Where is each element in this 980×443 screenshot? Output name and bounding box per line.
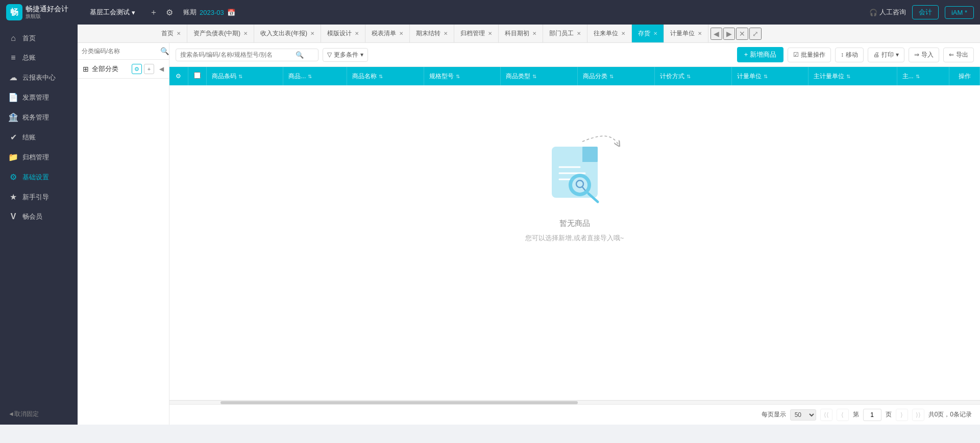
page-size-select[interactable]: 50 10 20 100 bbox=[790, 409, 816, 421]
per-page-label: 每页显示 bbox=[762, 410, 786, 419]
svg-rect-1 bbox=[582, 147, 598, 162]
th-barcode[interactable]: 商品条码⇅ bbox=[206, 67, 283, 85]
product-search-input[interactable] bbox=[180, 51, 292, 58]
tab-income[interactable]: 收入支出表(年报) ✕ bbox=[254, 25, 321, 43]
th-product-type[interactable]: 商品类型⇅ bbox=[501, 67, 578, 85]
page-number-input[interactable] bbox=[863, 409, 881, 421]
tab-template[interactable]: 模版设计 ✕ bbox=[321, 25, 365, 43]
select-all-checkbox[interactable] bbox=[194, 72, 201, 79]
tab-prev-button[interactable]: ◀ bbox=[710, 28, 722, 40]
category-search-icon[interactable]: 🔍 bbox=[160, 47, 169, 55]
logo-icon: 畅 bbox=[6, 4, 22, 20]
tab-contacts[interactable]: 往来单位 ✕ bbox=[587, 25, 632, 43]
horizontal-scrollbar[interactable] bbox=[169, 400, 980, 404]
sidebar-item-reports[interactable]: ☁ 云报表中心 bbox=[0, 67, 78, 87]
th-category[interactable]: 商品分类⇅ bbox=[578, 67, 655, 85]
iam-button[interactable]: iAM * bbox=[945, 6, 974, 19]
tab-close-archive[interactable]: ✕ bbox=[488, 31, 492, 36]
calendar-icon[interactable]: 📅 bbox=[227, 9, 235, 16]
th-col3[interactable]: 主...⇅ bbox=[897, 67, 949, 85]
tab-expand-button[interactable]: ⤢ bbox=[749, 28, 762, 40]
company-selector[interactable]: 基层工会测试 ▾ bbox=[86, 6, 139, 19]
settings-icon[interactable]: ⚙ bbox=[164, 6, 175, 19]
tab-subject-init[interactable]: 科目期初 ✕ bbox=[499, 25, 543, 43]
gear-icon: ⚙ bbox=[8, 172, 18, 182]
tab-units[interactable]: 计量单位 ✕ bbox=[664, 25, 708, 43]
sidebar-label-reports: 云报表中心 bbox=[22, 73, 56, 82]
tab-close-department[interactable]: ✕ bbox=[577, 31, 581, 36]
move-button[interactable]: ↕ 移动 bbox=[835, 48, 864, 62]
tab-archive[interactable]: 归档管理 ✕ bbox=[454, 25, 499, 43]
tab-close-contacts[interactable]: ✕ bbox=[621, 31, 625, 36]
last-page-button[interactable]: ⟩⟩ bbox=[912, 409, 924, 421]
scroll-thumb[interactable] bbox=[220, 401, 578, 404]
tab-close-taxlist[interactable]: ✕ bbox=[399, 31, 403, 36]
th-checkbox[interactable] bbox=[188, 67, 206, 85]
th-unit[interactable]: 计量单位⇅ bbox=[731, 67, 808, 85]
table-container: ⚙ 商品条码⇅ 商品...⇅ bbox=[169, 67, 980, 400]
sidebar-item-close[interactable]: ✔ 结账 bbox=[0, 127, 78, 147]
tab-close-income[interactable]: ✕ bbox=[310, 31, 314, 36]
category-add-btn[interactable]: + bbox=[144, 64, 154, 74]
header-icons: ＋ ⚙ bbox=[148, 5, 175, 20]
tab-close-home[interactable]: ✕ bbox=[177, 31, 181, 36]
sidebar-item-tax[interactable]: 🏦 税务管理 bbox=[0, 107, 78, 127]
first-page-button[interactable]: ⟨⟨ bbox=[820, 409, 832, 421]
th-product-code[interactable]: 商品...⇅ bbox=[283, 67, 347, 85]
period-value[interactable]: 2023-03 bbox=[200, 9, 224, 16]
tab-close-subject-init[interactable]: ✕ bbox=[532, 31, 536, 36]
sidebar-item-ledger[interactable]: ≡ 总账 bbox=[0, 48, 78, 67]
tab-balance[interactable]: 资产负债表(中期) ✕ bbox=[187, 25, 254, 43]
th-spec[interactable]: 规格型号⇅ bbox=[424, 67, 501, 85]
category-settings-btn[interactable]: ⚙ bbox=[132, 64, 142, 74]
tab-home[interactable]: 首页 ✕ bbox=[155, 25, 187, 43]
sidebar-item-guide[interactable]: ★ 新手引导 bbox=[0, 187, 78, 207]
tab-next-button[interactable]: ▶ bbox=[723, 28, 735, 40]
tab-close-template[interactable]: ✕ bbox=[355, 31, 359, 36]
next-page-button[interactable]: ⟩ bbox=[896, 409, 908, 421]
collapse-panel-button[interactable]: ◀ bbox=[159, 65, 164, 73]
export-button[interactable]: ⇐ 导出 bbox=[943, 48, 974, 62]
tab-close-units[interactable]: ✕ bbox=[698, 31, 702, 36]
tab-close-balance[interactable]: ✕ bbox=[243, 31, 248, 36]
sidebar-item-member[interactable]: V 畅会员 bbox=[0, 207, 78, 226]
sidebar: ⌂ 首页 ≡ 总账 ☁ 云报表中心 📄 发票管理 🏦 税务管理 ✔ 结账 📁 归… bbox=[0, 25, 78, 425]
support-button[interactable]: 🎧 人工咨询 bbox=[869, 8, 906, 17]
cancel-fixed-button[interactable]: ◄取消固定 bbox=[0, 404, 78, 425]
sidebar-item-basic[interactable]: ⚙ 基础设置 bbox=[0, 167, 78, 187]
account-button[interactable]: 会计 bbox=[912, 5, 939, 19]
tab-period-close[interactable]: 期末结转 ✕ bbox=[410, 25, 454, 43]
tab-close-inventory[interactable]: ✕ bbox=[653, 31, 657, 36]
all-category-label[interactable]: 全部分类 bbox=[92, 64, 118, 74]
product-search-icon[interactable]: 🔍 bbox=[296, 51, 304, 59]
top-header: 畅 畅捷通好会计 旗舰版 基层工会测试 ▾ ＋ ⚙ 账期 2023-03 📅 🎧… bbox=[0, 0, 980, 25]
sidebar-item-invoice[interactable]: 📄 发票管理 bbox=[0, 87, 78, 107]
add-tab-button[interactable]: ＋ bbox=[148, 5, 160, 20]
tab-inventory[interactable]: 存货 ✕ bbox=[632, 25, 664, 43]
category-search-input[interactable] bbox=[82, 48, 158, 55]
print-button[interactable]: 🖨 打印 ▾ bbox=[868, 48, 904, 62]
import-button[interactable]: ⇒ 导入 bbox=[909, 48, 939, 62]
right-panel: 🔍 ▽ 更多条件 ▾ + 新增商品 ☑ 批量操作 bbox=[169, 43, 980, 425]
th-product-name[interactable]: 商品名称⇅ bbox=[347, 67, 424, 85]
period-info: 账期 2023-03 📅 bbox=[183, 8, 235, 17]
more-conditions-button[interactable]: ▽ 更多条件 ▾ bbox=[323, 48, 368, 62]
print-dropdown-icon: ▾ bbox=[896, 51, 899, 58]
prev-page-button[interactable]: ⟨ bbox=[837, 409, 849, 421]
sidebar-item-archive[interactable]: 📁 归档管理 bbox=[0, 147, 78, 167]
page-body: 🔍 ⊞ 全部分类 ⚙ + ◀ 🔍 bbox=[78, 43, 980, 425]
sidebar-item-home[interactable]: ⌂ 首页 bbox=[0, 29, 78, 48]
th-main-unit[interactable]: 主计量单位⇅ bbox=[808, 67, 897, 85]
th-settings[interactable]: ⚙ bbox=[169, 67, 188, 85]
tab-department[interactable]: 部门员工 ✕ bbox=[543, 25, 587, 43]
tab-close-all-button[interactable]: ✕ bbox=[736, 28, 748, 40]
batch-ops-button[interactable]: ☑ 批量操作 bbox=[788, 48, 831, 62]
tab-close-period-close[interactable]: ✕ bbox=[444, 31, 448, 36]
add-product-button[interactable]: + 新增商品 bbox=[737, 47, 783, 62]
import-icon: ⇒ bbox=[914, 51, 919, 58]
print-icon: 🖨 bbox=[873, 51, 879, 58]
th-price-method[interactable]: 计价方式⇅ bbox=[654, 67, 731, 85]
tab-taxlist[interactable]: 税表清单 ✕ bbox=[365, 25, 410, 43]
tax-icon: 🏦 bbox=[8, 112, 18, 122]
top-right: 🎧 人工咨询 会计 iAM * bbox=[869, 5, 974, 19]
